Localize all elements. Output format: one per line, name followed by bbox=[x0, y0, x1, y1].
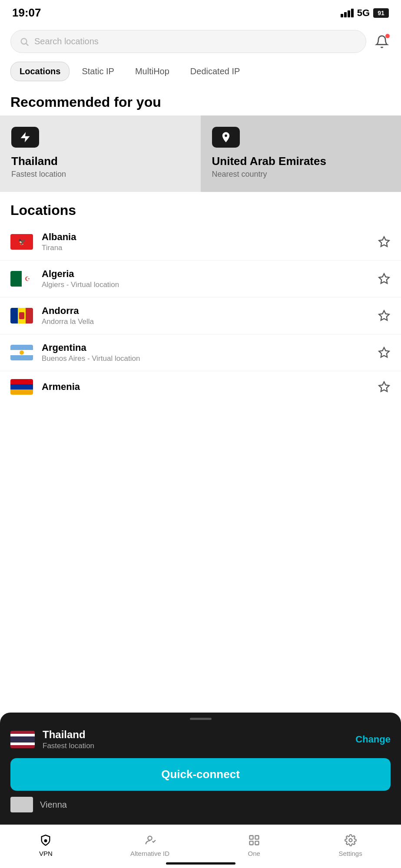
sheet-country-name: Thailand bbox=[43, 729, 355, 741]
svg-marker-5 bbox=[379, 237, 389, 246]
status-bar: 19:07 5G 91 bbox=[0, 0, 401, 23]
notification-bell[interactable] bbox=[373, 33, 391, 50]
rec-subtitle-1: Nearest country bbox=[212, 170, 390, 179]
list-item[interactable]: ☪ Algeria Algiers - Virtual location bbox=[0, 261, 401, 297]
nav-settings-label: Settings bbox=[338, 850, 362, 857]
location-name-armenia: Armenia bbox=[42, 381, 378, 393]
location-city-andorra: Andorra la Vella bbox=[42, 317, 378, 326]
sheet-location-info: Thailand Fastest location bbox=[43, 729, 355, 750]
sheet-change-button[interactable]: Change bbox=[355, 734, 391, 745]
search-container: Search locations bbox=[0, 23, 401, 57]
list-item[interactable]: 🦅 Albania Tirana bbox=[0, 224, 401, 261]
svg-rect-12 bbox=[249, 836, 253, 839]
pin-icon bbox=[212, 127, 240, 148]
favorite-star-armenia[interactable] bbox=[378, 380, 391, 393]
location-info-armenia: Armenia bbox=[42, 381, 378, 393]
favorite-star-albania[interactable] bbox=[378, 235, 391, 248]
nav-alternative-id-label: Alternative ID bbox=[130, 850, 169, 857]
nav-alternative-id[interactable]: Alternative ID bbox=[130, 833, 169, 857]
search-box[interactable]: Search locations bbox=[10, 30, 366, 53]
nav-vpn-label: VPN bbox=[39, 850, 53, 857]
sheet-location-subtitle: Fastest location bbox=[43, 742, 355, 750]
svg-rect-15 bbox=[255, 841, 258, 845]
flag-argentina bbox=[10, 345, 33, 360]
partial-city: Vienna bbox=[40, 800, 67, 810]
tab-dedicated-ip[interactable]: Dedicated IP bbox=[182, 62, 249, 81]
battery-level: 91 bbox=[373, 8, 389, 18]
bottom-sheet: Thailand Fastest location Change Quick-c… bbox=[0, 713, 401, 825]
list-item[interactable]: Argentina Buenos Aires - Virtual locatio… bbox=[0, 334, 401, 371]
svg-rect-14 bbox=[249, 841, 253, 845]
favorite-star-argentina[interactable] bbox=[378, 346, 391, 359]
quick-connect-button[interactable]: Quick-connect bbox=[10, 758, 391, 791]
tabs-container: Locations Static IP MultiHop Dedicated I… bbox=[0, 57, 401, 87]
list-item[interactable]: Andorra Andorra la Vella bbox=[0, 297, 401, 334]
location-name-andorra: Andorra bbox=[42, 305, 378, 317]
svg-marker-7 bbox=[379, 310, 389, 320]
tab-static-ip[interactable]: Static IP bbox=[73, 62, 123, 81]
flag-armenia bbox=[10, 379, 33, 395]
svg-marker-8 bbox=[379, 347, 389, 357]
partial-location: Vienna bbox=[10, 791, 391, 812]
flag-algeria: ☪ bbox=[10, 271, 33, 287]
rec-country-0: Thailand bbox=[11, 155, 189, 168]
svg-marker-2 bbox=[21, 132, 30, 142]
location-name-argentina: Argentina bbox=[42, 342, 378, 353]
notification-dot bbox=[385, 34, 390, 38]
locations-section-title: Locations bbox=[0, 192, 401, 224]
sheet-location-row: Thailand Fastest location Change bbox=[10, 729, 391, 750]
tab-locations[interactable]: Locations bbox=[10, 62, 70, 81]
shield-icon bbox=[39, 833, 53, 847]
bolt-icon bbox=[11, 127, 39, 148]
rec-card-uae[interactable]: United Arab Emirates Nearest country bbox=[201, 116, 401, 192]
home-indicator bbox=[166, 862, 235, 865]
flag-albania: 🦅 bbox=[10, 234, 33, 250]
svg-marker-6 bbox=[379, 274, 389, 283]
sheet-flag-thailand bbox=[10, 731, 35, 748]
favorite-star-algeria[interactable] bbox=[378, 272, 391, 285]
recommended-cards: Thailand Fastest location United Arab Em… bbox=[0, 116, 401, 192]
bottom-nav: VPN Alternative ID One bbox=[0, 825, 401, 868]
location-info-algeria: Algeria Algiers - Virtual location bbox=[42, 268, 378, 289]
flag-andorra bbox=[10, 308, 33, 323]
svg-text:🦅: 🦅 bbox=[18, 238, 26, 246]
location-city-algeria: Algiers - Virtual location bbox=[42, 281, 378, 289]
nav-vpn[interactable]: VPN bbox=[39, 833, 53, 857]
rec-country-1: United Arab Emirates bbox=[212, 155, 390, 168]
location-city-albania: Tirana bbox=[42, 244, 378, 252]
svg-marker-9 bbox=[379, 382, 389, 391]
location-name-albania: Albania bbox=[42, 231, 378, 243]
sheet-handle bbox=[190, 718, 212, 720]
list-item[interactable]: Armenia bbox=[0, 371, 401, 403]
location-city-argentina: Buenos Aires - Virtual location bbox=[42, 354, 378, 363]
rec-card-thailand[interactable]: Thailand Fastest location bbox=[0, 116, 201, 192]
favorite-star-andorra[interactable] bbox=[378, 309, 391, 322]
svg-point-16 bbox=[349, 839, 352, 842]
tab-multihop[interactable]: MultiHop bbox=[126, 62, 178, 81]
signal-bars-icon bbox=[341, 9, 354, 17]
location-info-albania: Albania Tirana bbox=[42, 231, 378, 252]
status-right: 5G 91 bbox=[341, 7, 389, 19]
location-info-argentina: Argentina Buenos Aires - Virtual locatio… bbox=[42, 342, 378, 363]
nav-settings[interactable]: Settings bbox=[338, 833, 362, 857]
search-placeholder-text: Search locations bbox=[34, 36, 99, 46]
location-info-andorra: Andorra Andorra la Vella bbox=[42, 305, 378, 326]
battery-indicator: 91 bbox=[373, 8, 389, 18]
network-type: 5G bbox=[357, 7, 370, 19]
nav-one[interactable]: One bbox=[247, 833, 261, 857]
status-time: 19:07 bbox=[12, 6, 41, 20]
recommended-title: Recommended for you bbox=[0, 87, 401, 116]
svg-rect-13 bbox=[255, 836, 258, 839]
svg-point-10 bbox=[45, 840, 47, 842]
gear-icon bbox=[344, 833, 358, 847]
search-icon bbox=[20, 37, 29, 46]
svg-line-1 bbox=[26, 43, 28, 46]
rec-subtitle-0: Fastest location bbox=[11, 170, 189, 179]
alternative-id-icon bbox=[143, 833, 157, 847]
location-name-algeria: Algeria bbox=[42, 268, 378, 280]
svg-point-0 bbox=[21, 38, 27, 44]
svg-point-11 bbox=[148, 836, 152, 840]
grid-icon bbox=[247, 833, 261, 847]
nav-one-label: One bbox=[248, 850, 260, 857]
